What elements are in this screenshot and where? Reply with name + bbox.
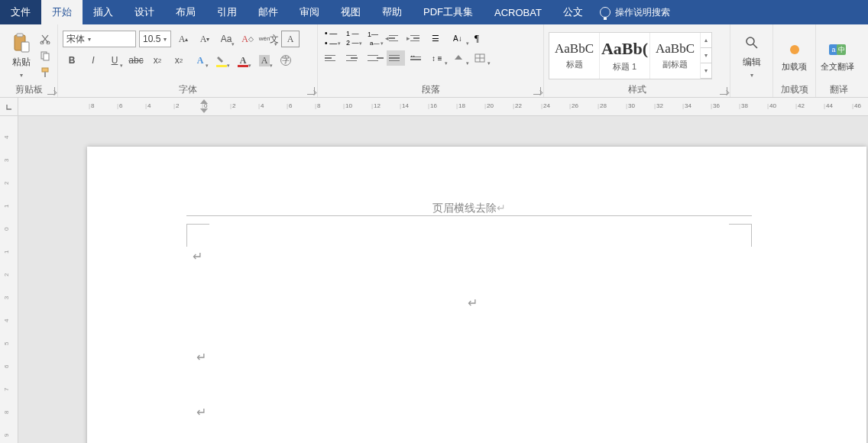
- justify-button[interactable]: [387, 50, 405, 66]
- vertical-ruler[interactable]: 43210123456789: [0, 116, 18, 443]
- ruler-tick: 24: [541, 102, 550, 109]
- translate-button[interactable]: a中 全文翻译: [821, 29, 854, 82]
- tell-me-search[interactable]: 操作说明搜索: [600, 6, 670, 19]
- bullets-button[interactable]: • —• —: [322, 31, 341, 46]
- underline-button[interactable]: U: [105, 52, 124, 69]
- enclose-characters-button[interactable]: 字: [277, 52, 295, 69]
- dialog-launcher-styles[interactable]: [720, 87, 727, 95]
- phonetic-guide-button[interactable]: wén文: [260, 31, 278, 47]
- style-title[interactable]: AaBbC标题: [549, 33, 600, 79]
- clear-formatting-button[interactable]: A◇: [238, 31, 257, 47]
- tab-acrobat[interactable]: ACROBAT: [484, 0, 552, 24]
- shrink-font-button[interactable]: A▾: [196, 31, 214, 47]
- group-label-clipboard: 剪贴板: [5, 83, 53, 97]
- ruler-tick: 14: [400, 102, 409, 109]
- ribbon: 粘贴 ▾ 剪贴板 宋体▾ 10.5▾ A▴ A▾ Aa A◇ wén文 A: [0, 24, 868, 98]
- superscript-button[interactable]: x2: [170, 52, 188, 69]
- style-gallery-scroll[interactable]: ▴▾▾: [701, 33, 711, 79]
- ruler-tick: 2: [3, 182, 10, 185]
- font-size-combo[interactable]: 10.5▾: [139, 31, 171, 47]
- ruler-tick: 22: [513, 102, 522, 109]
- format-painter-button[interactable]: [37, 65, 53, 80]
- style-gallery[interactable]: AaBbC标题 AaBb(标题 1 AaBbC副标题 ▴▾▾: [549, 32, 712, 79]
- text-direction-button[interactable]: ☰: [429, 31, 448, 46]
- ruler-tick: 46: [852, 102, 861, 109]
- highlight-button[interactable]: [212, 52, 231, 69]
- borders-button[interactable]: [472, 50, 491, 66]
- group-addins: 加载项 加载项: [773, 24, 816, 97]
- tab-selector[interactable]: [0, 98, 18, 115]
- tab-references[interactable]: 引用: [206, 0, 248, 24]
- ruler-tick: 5: [3, 342, 10, 345]
- horizontal-ruler[interactable]: 8642024681012141618202224262830323436384…: [18, 98, 868, 115]
- lightbulb-icon: [600, 7, 611, 18]
- character-border-button[interactable]: A: [281, 31, 300, 47]
- dialog-launcher-font[interactable]: [307, 87, 315, 95]
- ruler-tick: 44: [824, 102, 833, 109]
- search-icon: [742, 33, 762, 53]
- align-center-button[interactable]: [344, 50, 362, 66]
- document-canvas[interactable]: 页眉横线去除↵ ↵ ↵ ↵ ↵: [18, 116, 868, 443]
- line-spacing-button[interactable]: ↕ ≡: [429, 50, 448, 66]
- tab-view[interactable]: 视图: [330, 0, 371, 24]
- ruler-tick: 8: [89, 102, 95, 109]
- tab-mailings[interactable]: 邮件: [248, 0, 289, 24]
- addins-button[interactable]: 加载项: [778, 29, 811, 82]
- align-right-button[interactable]: [365, 50, 384, 66]
- group-label-addins: 加载项: [778, 83, 811, 97]
- editing-button[interactable]: 编辑 ▾: [735, 29, 768, 82]
- paste-button[interactable]: 粘贴 ▾: [5, 29, 37, 82]
- svg-line-13: [753, 44, 757, 48]
- sort-button[interactable]: A↓: [451, 31, 469, 46]
- subscript-button[interactable]: x2: [148, 52, 167, 69]
- page: 页眉横线去除↵ ↵ ↵ ↵ ↵: [87, 147, 866, 443]
- addins-icon: [785, 40, 805, 60]
- cut-button[interactable]: [37, 31, 53, 47]
- menu-bar: 文件 开始 插入 设计 布局 引用 邮件 审阅 视图 帮助 PDF工具集 ACR…: [0, 0, 868, 24]
- bold-button[interactable]: B: [63, 52, 81, 69]
- tab-home[interactable]: 开始: [41, 0, 83, 24]
- ruler-tick: 10: [343, 102, 352, 109]
- shading-button[interactable]: [451, 50, 469, 66]
- group-translate: a中 全文翻译 翻译: [816, 24, 862, 97]
- ruler-tick: 0: [3, 228, 10, 231]
- show-marks-button[interactable]: ¶: [472, 31, 491, 46]
- grow-font-button[interactable]: A▴: [174, 31, 193, 47]
- tab-layout[interactable]: 布局: [165, 0, 206, 24]
- align-left-button[interactable]: [322, 50, 341, 66]
- italic-button[interactable]: I: [84, 52, 102, 69]
- increase-indent-button[interactable]: ▸: [408, 31, 426, 46]
- ruler-tick: 12: [371, 102, 381, 109]
- text-effects-button[interactable]: A: [191, 52, 209, 69]
- strikethrough-button[interactable]: abc: [127, 52, 145, 69]
- tab-design[interactable]: 设计: [124, 0, 165, 24]
- tab-official[interactable]: 公文: [552, 0, 594, 24]
- font-color-button[interactable]: A: [234, 52, 252, 69]
- character-shading-button[interactable]: A: [255, 52, 274, 69]
- decrease-indent-button[interactable]: ◂: [387, 31, 405, 46]
- ruler-tick: 6: [287, 102, 293, 109]
- dialog-launcher-paragraph[interactable]: [533, 87, 541, 95]
- svg-rect-6: [44, 53, 49, 60]
- ruler-tick: 2: [173, 102, 180, 109]
- tab-file[interactable]: 文件: [0, 0, 41, 24]
- font-name-combo[interactable]: 宋体▾: [63, 31, 136, 47]
- header-text[interactable]: 页眉横线去除: [432, 202, 497, 214]
- style-heading1[interactable]: AaBb(标题 1: [600, 33, 650, 79]
- multilevel-list-button[interactable]: 1—a—: [365, 31, 384, 46]
- ruler-tick: 8: [3, 411, 10, 414]
- workspace: 43210123456789 页眉横线去除↵ ↵ ↵ ↵ ↵: [0, 116, 868, 443]
- style-subtitle[interactable]: AaBbC副标题: [650, 33, 701, 79]
- distributed-button[interactable]: ↔: [408, 50, 426, 66]
- page-header[interactable]: 页眉横线去除↵: [186, 202, 752, 247]
- change-case-button[interactable]: Aa: [217, 31, 235, 47]
- ruler-tick: 36: [711, 102, 720, 109]
- tab-review[interactable]: 审阅: [289, 0, 330, 24]
- tab-pdf-tools[interactable]: PDF工具集: [413, 0, 484, 24]
- tab-help[interactable]: 帮助: [371, 0, 413, 24]
- dialog-launcher-clipboard[interactable]: [47, 87, 55, 95]
- numbering-button[interactable]: 1 —2 —: [344, 31, 362, 46]
- tab-insert[interactable]: 插入: [83, 0, 124, 24]
- copy-button[interactable]: [37, 48, 53, 63]
- ruler-tick: 18: [456, 102, 465, 109]
